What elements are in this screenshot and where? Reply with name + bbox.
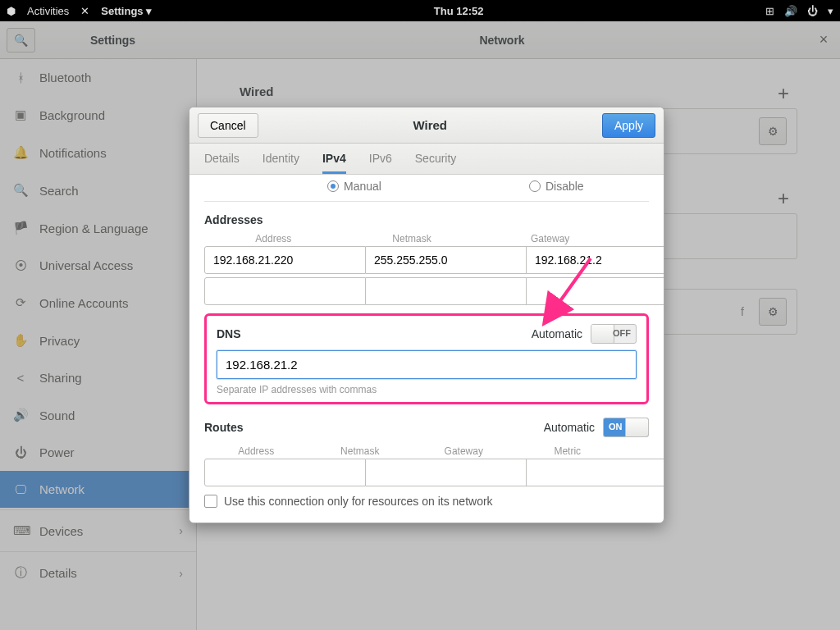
route-address-input[interactable] [204,459,366,486]
tab-identity[interactable]: Identity [262,152,299,174]
cancel-button[interactable]: Cancel [198,113,258,138]
activities-icon: ⬢ [7,5,16,17]
dns-hint: Separate IP addresses with commas [217,384,637,395]
volume-icon[interactable]: 🔊 [784,5,797,17]
resources-only-checkbox[interactable] [204,495,217,508]
route-netmask-input[interactable] [366,459,527,486]
tab-security[interactable]: Security [415,152,457,174]
app-menu[interactable]: Settings ▾ [101,5,152,17]
address-input[interactable] [204,277,366,305]
connection-editor-dialog: Cancel Wired Apply Details Identity IPv4… [189,107,664,523]
tab-details[interactable]: Details [204,152,240,174]
dns-automatic-toggle[interactable]: OFF [591,324,637,344]
method-manual-radio[interactable]: Manual [327,180,381,193]
dns-title: DNS [217,327,241,340]
dialog-tabs: Details Identity IPv4 IPv6 Security [189,144,664,175]
gnome-topbar: ⬢ Activities ✕ Settings ▾ Thu 12:52 ⊞ 🔊 … [0,0,840,21]
network-indicator-icon[interactable]: ⊞ [765,5,774,17]
system-menu-arrow-icon[interactable]: ▾ [828,5,833,17]
clock[interactable]: Thu 12:52 [152,5,765,17]
apply-button[interactable]: Apply [602,113,655,138]
gateway-input[interactable] [527,246,664,274]
tab-ipv6[interactable]: IPv6 [369,152,392,174]
dialog-title: Wired [258,118,602,132]
settings-menu-icon: ✕ [80,5,89,17]
address-row: ✖ [204,246,649,274]
address-input[interactable] [204,246,366,274]
netmask-input[interactable] [366,246,527,274]
dns-servers-input[interactable] [217,350,637,379]
dns-section-highlighted: DNS Automatic OFF Separate IP addresses … [204,313,649,404]
method-disable-radio[interactable]: Disable [529,180,584,193]
addresses-title: Addresses [204,213,649,226]
power-icon[interactable]: ⏻ [807,5,818,17]
routes-title: Routes [204,421,243,434]
gateway-input[interactable] [527,277,664,305]
resources-only-label: Use this connection only for resources o… [224,495,493,508]
routes-automatic-toggle[interactable]: ON [603,418,649,437]
activities-button[interactable]: Activities [27,5,69,17]
route-row-empty: ✖ [204,459,649,486]
dns-automatic-label: Automatic [532,327,582,340]
route-gateway-input[interactable] [527,459,664,486]
netmask-input[interactable] [366,277,527,305]
routes-automatic-label: Automatic [544,421,595,434]
address-row-empty: ✖ [204,277,649,305]
tab-ipv4[interactable]: IPv4 [322,152,346,174]
